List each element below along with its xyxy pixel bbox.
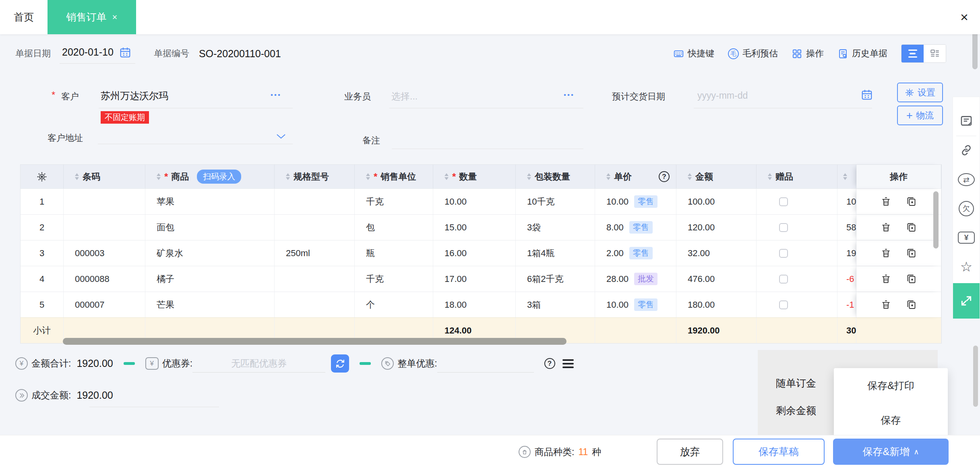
header-qty[interactable]: *数量 [433, 165, 516, 188]
owe-icon[interactable]: 欠 [953, 201, 980, 216]
help-icon[interactable]: ? [544, 358, 555, 369]
sort-icon[interactable] [688, 171, 692, 182]
horizontal-scrollbar[interactable] [63, 338, 566, 345]
cell-unit[interactable]: 包 [355, 215, 433, 240]
panel-scrollbar[interactable] [973, 346, 978, 407]
sort-icon[interactable] [527, 171, 531, 182]
transfer-icon[interactable]: ⇄ [953, 173, 980, 186]
header-price[interactable]: 单价? [595, 165, 676, 188]
cell-amount[interactable]: 32.00 [676, 240, 757, 266]
sort-icon[interactable] [445, 171, 449, 182]
gross-profit-button[interactable]: 毛 毛利预估 [728, 48, 778, 60]
cell-barcode[interactable]: 000007 [64, 292, 145, 317]
cell-pkg[interactable]: 1箱4瓶 [516, 240, 595, 266]
price-type-tag[interactable]: 零售 [629, 221, 653, 234]
sort-icon[interactable] [768, 171, 772, 182]
refresh-coupon-button[interactable] [331, 354, 349, 373]
price-type-tag[interactable]: 零售 [634, 195, 657, 208]
cell-pkg[interactable]: 3箱 [516, 292, 595, 317]
header-pkg-qty[interactable]: 包装数量 [516, 165, 595, 188]
header-spec[interactable]: 规格型号 [275, 165, 355, 188]
copy-add-icon[interactable] [906, 222, 917, 233]
cell-product[interactable]: 芒果 [145, 292, 275, 317]
cell-amount[interactable]: 100.00 [676, 189, 757, 214]
operations-button[interactable]: 操作 [792, 48, 824, 60]
header-truncated[interactable] [837, 165, 856, 188]
column-settings-cell[interactable] [21, 165, 64, 188]
sort-icon[interactable] [366, 171, 370, 182]
cell-barcode[interactable]: 0000088 [64, 266, 145, 292]
gift-checkbox[interactable] [779, 275, 788, 284]
cell-spec[interactable] [275, 189, 355, 214]
cell-qty[interactable]: 10.00 [433, 189, 516, 214]
save-and-new-button[interactable]: 保存&新增 ∧ [833, 439, 949, 465]
cell-price[interactable]: 10.00零售 [595, 189, 676, 214]
cell-price[interactable]: 28.00批发 [595, 266, 676, 292]
note-icon[interactable] [953, 114, 980, 128]
copy-add-icon[interactable] [906, 248, 917, 259]
cell-qty[interactable]: 18.00 [433, 292, 516, 317]
cell-pkg[interactable]: 3袋 [516, 215, 595, 240]
page-scrollbar[interactable] [972, 28, 978, 69]
cell-unit[interactable]: 瓶 [355, 240, 433, 266]
cell-pkg[interactable]: 10千克 [516, 189, 595, 214]
tab-sales-order[interactable]: 销售订单 × [48, 0, 136, 34]
delete-icon[interactable] [881, 273, 891, 284]
delivery-calendar-icon[interactable] [861, 89, 873, 101]
header-barcode[interactable]: 条码 [64, 165, 145, 188]
header-product[interactable]: *商品扫码录入 [145, 165, 275, 188]
sort-icon[interactable] [75, 171, 79, 182]
header-unit[interactable]: *销售单位 [355, 165, 433, 188]
delete-icon[interactable] [881, 299, 891, 310]
form-view-toggle[interactable] [924, 45, 946, 62]
shortcut-keys-button[interactable]: 快捷键 [673, 48, 714, 60]
cell-price[interactable]: 10.00零售 [595, 292, 676, 317]
table-vertical-scrollbar[interactable] [933, 191, 939, 248]
cell-spec[interactable] [275, 292, 355, 317]
list-view-toggle[interactable] [901, 45, 924, 62]
delete-icon[interactable] [881, 248, 891, 259]
cell-pkg[interactable]: 6箱2千克 [516, 266, 595, 292]
gift-checkbox[interactable] [779, 300, 788, 309]
cell-amount[interactable]: 120.00 [676, 215, 757, 240]
link-icon[interactable] [953, 143, 980, 157]
cell-unit[interactable]: 个 [355, 292, 433, 317]
history-docs-button[interactable]: 历史单据 [837, 48, 887, 60]
cell-product[interactable]: 矿泉水 [145, 240, 275, 266]
star-icon[interactable]: ☆ [953, 260, 980, 273]
cell-barcode[interactable] [64, 215, 145, 240]
tab-home[interactable]: 首页 [0, 0, 48, 34]
date-field[interactable]: 2020-01-10 [60, 44, 135, 64]
delete-icon[interactable] [881, 222, 891, 233]
expand-icon[interactable] [953, 283, 980, 319]
cell-price[interactable]: 2.00零售 [595, 240, 676, 266]
cell-qty[interactable]: 15.00 [433, 215, 516, 240]
gift-checkbox[interactable] [779, 223, 788, 232]
sort-icon[interactable] [157, 171, 161, 182]
sort-icon[interactable] [843, 171, 847, 182]
calendar-icon[interactable] [119, 46, 131, 58]
cell-spec[interactable] [275, 215, 355, 240]
cell-spec[interactable]: 250ml [275, 240, 355, 266]
cell-product[interactable]: 橘子 [145, 266, 275, 292]
copy-add-icon[interactable] [906, 299, 917, 310]
gift-checkbox[interactable] [779, 249, 788, 258]
gift-checkbox[interactable] [779, 197, 788, 206]
scan-entry-button[interactable]: 扫码录入 [197, 170, 241, 184]
salesman-more-icon[interactable]: ••• [564, 91, 575, 99]
delivery-date-input[interactable]: yyyy-mm-dd [697, 90, 748, 101]
menu-icon[interactable] [562, 357, 574, 370]
cell-barcode[interactable] [64, 189, 145, 214]
menu-item-save-print[interactable]: 保存&打印 [834, 368, 948, 403]
cell-amount[interactable]: 476.00 [676, 266, 757, 292]
cell-product[interactable]: 面包 [145, 215, 275, 240]
settings-button[interactable]: 设置 [897, 83, 943, 102]
chevron-down-icon[interactable] [276, 134, 286, 139]
sort-icon[interactable] [286, 171, 290, 182]
salesman-input[interactable]: 选择... [391, 90, 418, 103]
price-type-tag[interactable]: 零售 [634, 298, 657, 311]
header-amount[interactable]: 金额 [676, 165, 757, 188]
customer-more-icon[interactable]: ••• [271, 91, 281, 99]
discard-button[interactable]: 放弃 [657, 439, 723, 465]
menu-item-save[interactable]: 保存 [834, 403, 948, 438]
